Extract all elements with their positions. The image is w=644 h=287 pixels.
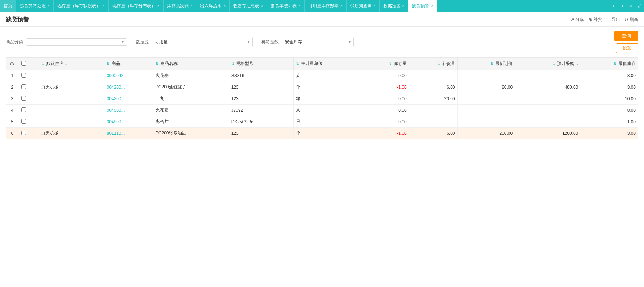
- col-checkbox-header[interactable]: [19, 58, 39, 70]
- tab-close-inout-flow[interactable]: ×: [223, 4, 226, 8]
- tab-close-all-btn[interactable]: ×: [627, 3, 635, 9]
- table-container: ⚙ ⇅ 默认供应... ⇅ 商品... ⇅ 商品名称: [0, 57, 644, 139]
- table-row: 6 力天机械 801110... PC200张紧油缸 123 个 -1.00 6…: [6, 128, 638, 139]
- col-replenish-header[interactable]: ⇅ 补货量: [409, 58, 457, 70]
- refresh-button[interactable]: ↺ 刷新: [625, 17, 638, 23]
- tab-stock-status[interactable]: 现存量（库存状况表） ×: [54, 0, 109, 12]
- replenish-button[interactable]: ⊕ 补货: [588, 17, 602, 23]
- tab-close-expiry[interactable]: ×: [374, 4, 376, 8]
- row-code-5[interactable]: 801110...: [104, 128, 153, 139]
- table-row: 4 004600... 火花塞 J7092 支 0.00 8.00: [6, 105, 638, 116]
- tab-recv-summary[interactable]: 收发存汇总表 ×: [230, 0, 267, 12]
- row-code-4[interactable]: 004800...: [104, 116, 153, 128]
- sort-replenish-icon: ⇅: [437, 62, 440, 66]
- col-settings-header[interactable]: ⚙: [6, 58, 19, 70]
- col-code-header[interactable]: ⇅ 商品...: [104, 58, 153, 70]
- col-latest-price-header[interactable]: ⇅ 最新进价: [457, 58, 515, 70]
- row-code-1[interactable]: 004200...: [104, 81, 153, 93]
- replenish-base-select[interactable]: 安全库存 ▾: [282, 37, 354, 47]
- col-name-header[interactable]: ⇅ 商品名称: [153, 58, 229, 70]
- row-checkbox-input-0[interactable]: [21, 73, 26, 78]
- replenish-base-arrow-icon: ▾: [349, 40, 351, 44]
- tab-order-stat[interactable]: 要货单统计表 ×: [267, 0, 305, 12]
- tab-close-overstock[interactable]: ×: [402, 4, 405, 8]
- row-code-3[interactable]: 004600...: [104, 105, 153, 116]
- table-header-row: ⚙ ⇅ 默认供应... ⇅ 商品... ⇅ 商品名称: [6, 58, 638, 70]
- share-icon: ↗: [570, 17, 574, 22]
- row-latest-price-1: 80.00: [457, 81, 515, 93]
- row-spec-1: 123: [229, 81, 294, 93]
- tab-next-btn[interactable]: ›: [618, 3, 627, 9]
- tab-close-order-stat[interactable]: ×: [299, 4, 301, 8]
- category-arrow-icon: ▾: [122, 40, 124, 44]
- row-checkbox-5[interactable]: [19, 128, 39, 139]
- row-checkbox-0[interactable]: [19, 70, 39, 81]
- tab-stock-dist[interactable]: 现存量（库存分布表） ×: [109, 0, 164, 12]
- settings-button[interactable]: 设置: [616, 43, 638, 53]
- row-checkbox-1[interactable]: [19, 81, 39, 93]
- tab-nav-controls: ‹ › × ⤢: [609, 3, 644, 9]
- row-code-0[interactable]: 0000042: [104, 70, 153, 81]
- row-checkbox-3[interactable]: [19, 105, 39, 116]
- tab-batch[interactable]: 库存批次账 ×: [164, 0, 197, 12]
- row-checkbox-input-3[interactable]: [21, 107, 26, 112]
- header-actions: ↗ 分享 ⊕ 补货 ⇧ 导出 ↺ 刷新: [570, 17, 638, 23]
- query-button[interactable]: 查询: [614, 31, 638, 41]
- row-supplier-5: 力天机械: [39, 128, 104, 139]
- select-all-checkbox[interactable]: [21, 61, 26, 66]
- main-content: 缺货预警 ↗ 分享 ⊕ 补货 ⇧ 导出 ↺ 刷新 商品分类: [0, 12, 644, 287]
- filter-datasource-group: 数据源 可用量 ▾: [136, 37, 253, 47]
- row-checkbox-4[interactable]: [19, 116, 39, 128]
- row-num-1: 2: [6, 81, 19, 93]
- tab-prev-btn[interactable]: ‹: [609, 3, 618, 9]
- row-checkbox-input-2[interactable]: [21, 96, 26, 101]
- tab-close-abnormal[interactable]: ×: [48, 4, 50, 8]
- row-checkbox-2[interactable]: [19, 93, 39, 105]
- tab-abnormal[interactable]: 拣货异常处理 ×: [16, 0, 54, 12]
- col-estimated-header[interactable]: ⇅ 预计采购...: [515, 58, 580, 70]
- tab-expand-btn[interactable]: ⤢: [635, 3, 644, 9]
- col-spec-header[interactable]: ⇅ 规格型号: [229, 58, 294, 70]
- settings-gear-icon[interactable]: ⚙: [10, 61, 14, 67]
- row-code-2[interactable]: 004200...: [104, 93, 153, 105]
- tab-available-ledger[interactable]: 可用量库存账本 ×: [305, 0, 347, 12]
- datasource-select-value: 可用量: [155, 39, 168, 45]
- export-button[interactable]: ⇧ 导出: [606, 17, 620, 23]
- row-supplier-4: [39, 116, 104, 128]
- sort-stock-icon: ⇅: [389, 62, 392, 66]
- tab-home[interactable]: 首页: [0, 0, 16, 12]
- tab-shortage[interactable]: 缺货预警 ×: [408, 0, 437, 12]
- filter-right: 查询 设置: [614, 31, 638, 53]
- table-row: 5 004800... 离合片 DS250*23c... 只 0.00 1.00: [6, 116, 638, 128]
- row-stock-1: -1.00: [361, 81, 409, 93]
- row-checkbox-input-1[interactable]: [21, 84, 26, 89]
- tab-close-stock-status[interactable]: ×: [103, 4, 105, 8]
- datasource-select[interactable]: 可用量 ▾: [152, 37, 253, 47]
- row-stock-2: 0.00: [361, 93, 409, 105]
- row-unit-1: 个: [294, 81, 361, 93]
- tab-close-stock-dist[interactable]: ×: [157, 4, 160, 8]
- table-row: 3 004200... 三九 123 箱 0.00 20.00 10.00: [6, 93, 638, 105]
- row-checkbox-input-5[interactable]: [21, 131, 26, 135]
- row-num-5: 6: [6, 128, 19, 139]
- tab-overstock[interactable]: 超储预警 ×: [380, 0, 409, 12]
- tab-close-batch[interactable]: ×: [191, 4, 193, 8]
- sort-estimated-icon: ⇅: [552, 62, 555, 66]
- tab-inout-flow[interactable]: 出入库流水 ×: [196, 0, 230, 12]
- col-min-stock-header[interactable]: ⇅ 最低库存: [580, 58, 638, 70]
- tab-close-available-ledger[interactable]: ×: [340, 4, 343, 8]
- tab-close-shortage[interactable]: ×: [431, 4, 433, 8]
- category-select[interactable]: ▾: [26, 38, 127, 46]
- tab-close-recv-summary[interactable]: ×: [261, 4, 263, 8]
- share-button[interactable]: ↗ 分享: [570, 17, 584, 23]
- col-stock-header[interactable]: ⇅ 库存量: [361, 58, 409, 70]
- row-unit-3: 支: [294, 105, 361, 116]
- datasource-arrow-icon: ▾: [248, 40, 249, 44]
- refresh-icon: ↺: [625, 17, 628, 22]
- tab-expiry[interactable]: 保质期查询 ×: [347, 0, 380, 12]
- col-supplier-header[interactable]: ⇅ 默认供应...: [39, 58, 104, 70]
- row-stock-3: 0.00: [361, 105, 409, 116]
- col-unit-header[interactable]: ⇅ 主计量单位: [294, 58, 361, 70]
- row-checkbox-input-4[interactable]: [21, 119, 26, 124]
- row-supplier-3: [39, 105, 104, 116]
